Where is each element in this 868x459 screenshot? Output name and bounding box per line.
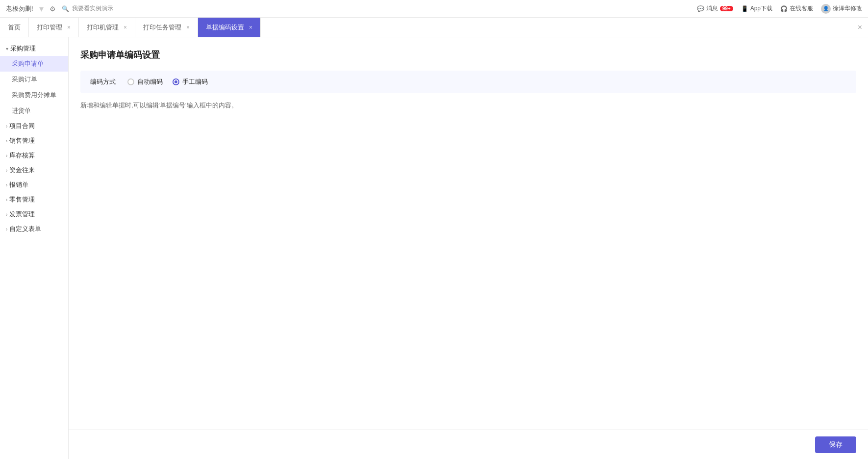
headset-icon: 🎧 bbox=[780, 5, 788, 12]
sidebar-group-sales-management-label: 销售管理 bbox=[9, 136, 35, 145]
tab-home-label: 首页 bbox=[8, 23, 21, 32]
sidebar-item-incoming-goods[interactable]: 进货单 bbox=[0, 103, 68, 119]
sidebar-item-purchase-expense-split[interactable]: 采购费用分摊单 bbox=[0, 87, 68, 103]
sidebar-group-capital-flow-label: 资金往来 bbox=[9, 166, 35, 175]
tab-printer-management-label: 打印机管理 bbox=[87, 23, 119, 32]
chevron-right-icon3: › bbox=[6, 153, 7, 158]
user-name: 徐泽华修改 bbox=[833, 4, 862, 13]
chevron-right-icon8: › bbox=[6, 227, 7, 232]
sidebar-group-capital-flow[interactable]: › 资金往来 bbox=[0, 163, 68, 178]
tab-print-management-label: 打印管理 bbox=[37, 23, 62, 32]
customer-service-button[interactable]: 🎧 在线客服 bbox=[780, 4, 813, 13]
radio-auto-code-label: 自动编码 bbox=[137, 77, 163, 86]
sidebar-item-purchase-order-label: 采购订单 bbox=[12, 76, 37, 83]
message-button[interactable]: 💬 消息 99+ bbox=[697, 4, 733, 13]
sidebar-group-retail-management-label: 零售管理 bbox=[9, 195, 35, 204]
user-avatar-area[interactable]: 👤 徐泽华修改 bbox=[821, 4, 862, 14]
sidebar-group-inventory-settlement[interactable]: › 库存核算 bbox=[0, 148, 68, 163]
sidebar-group-project-contract-label: 项目合同 bbox=[9, 122, 35, 130]
divider-icon: ▾ bbox=[39, 3, 44, 14]
sidebar-group-custom-form[interactable]: › 自定义表单 bbox=[0, 222, 68, 236]
chevron-right-icon6: › bbox=[6, 197, 7, 203]
radio-manual-code[interactable]: 手工编码 bbox=[173, 77, 208, 86]
chevron-down-icon: ▾ bbox=[6, 46, 8, 51]
sidebar-group-purchase-management-label: 采购管理 bbox=[10, 44, 36, 53]
sidebar-group-purchase-management[interactable]: ▾ 采购管理 bbox=[0, 41, 68, 56]
radio-manual-code-circle bbox=[173, 78, 179, 85]
app-download-button[interactable]: 📱 App下载 bbox=[741, 4, 772, 13]
message-icon: 💬 bbox=[697, 5, 704, 12]
save-button[interactable]: 保存 bbox=[815, 436, 856, 453]
chevron-right-icon2: › bbox=[6, 138, 7, 144]
sidebar-group-invoice-management-label: 发票管理 bbox=[9, 210, 35, 219]
search-text: 我要看实例演示 bbox=[72, 4, 113, 13]
app-download-label: App下载 bbox=[750, 4, 772, 13]
chevron-right-icon7: › bbox=[6, 212, 7, 217]
tab-print-task-management-label: 打印任务管理 bbox=[143, 23, 181, 32]
sidebar-group-inventory-settlement-label: 库存核算 bbox=[9, 151, 35, 160]
sidebar-group-retail-management[interactable]: › 零售管理 bbox=[0, 192, 68, 207]
sidebar-item-purchase-requisition-label: 采购申请单 bbox=[12, 60, 44, 67]
tab-single-doc-code-settings[interactable]: 单据编码设置 × bbox=[198, 18, 261, 37]
message-badge: 99+ bbox=[720, 6, 733, 11]
sidebar-group-invoice-management[interactable]: › 发票管理 bbox=[0, 207, 68, 222]
settings-icon[interactable]: ⚙ bbox=[50, 5, 56, 13]
sidebar-item-purchase-requisition[interactable]: 采购申请单 bbox=[0, 56, 68, 72]
sidebar-group-sales-management[interactable]: › 销售管理 bbox=[0, 133, 68, 148]
tab-print-task-management-close[interactable]: × bbox=[186, 24, 190, 31]
top-bar-right: 💬 消息 99+ 📱 App下载 🎧 在线客服 👤 徐泽华修改 bbox=[697, 4, 862, 14]
content-main: 采购申请单编码设置 编码方式 自动编码 手工编码 新增和编辑单据时,可以编辑'单… bbox=[69, 37, 868, 430]
tab-bar: 首页 打印管理 × 打印机管理 × 打印任务管理 × 单据编码设置 × × bbox=[0, 18, 868, 37]
tab-print-management-close[interactable]: × bbox=[67, 24, 71, 31]
sidebar-group-sales-return-label: 报销单 bbox=[9, 180, 28, 189]
hint-text: 新增和编辑单据时,可以编辑'单据编号'输入框中的内容。 bbox=[80, 101, 856, 110]
sidebar-item-incoming-goods-label: 进货单 bbox=[12, 107, 31, 114]
top-bar: 老板勿删! ▾ ⚙ 🔍 我要看实例演示 💬 消息 99+ 📱 App下载 🎧 在… bbox=[0, 0, 868, 18]
encoding-method-label: 编码方式 bbox=[90, 77, 116, 86]
tab-printer-management[interactable]: 打印机管理 × bbox=[79, 18, 135, 37]
top-bar-left: 老板勿删! ▾ ⚙ 🔍 我要看实例演示 bbox=[6, 3, 113, 14]
search-icon: 🔍 bbox=[62, 5, 69, 12]
footer-bar: 保存 bbox=[69, 430, 868, 459]
sidebar: ▾ 采购管理 采购申请单 采购订单 采购费用分摊单 进货单 › 项目合同 › 销… bbox=[0, 37, 69, 459]
tab-printer-management-close[interactable]: × bbox=[124, 24, 127, 31]
tab-single-doc-code-settings-label: 单据编码设置 bbox=[206, 23, 244, 32]
radio-group-encoding: 自动编码 手工编码 bbox=[127, 77, 208, 86]
tab-home[interactable]: 首页 bbox=[0, 18, 29, 37]
avatar-icon: 👤 bbox=[821, 4, 831, 14]
brand-text: 老板勿删! bbox=[6, 4, 33, 13]
app-download-icon: 📱 bbox=[741, 5, 748, 12]
tab-single-doc-code-settings-close[interactable]: × bbox=[249, 24, 252, 31]
search-bar[interactable]: 🔍 我要看实例演示 bbox=[62, 4, 113, 13]
main-layout: ▾ 采购管理 采购申请单 采购订单 采购费用分摊单 进货单 › 项目合同 › 销… bbox=[0, 37, 868, 459]
radio-auto-code-circle bbox=[127, 78, 134, 85]
chevron-right-icon: › bbox=[6, 124, 7, 129]
global-close-button[interactable]: × bbox=[852, 23, 868, 32]
tab-print-management[interactable]: 打印管理 × bbox=[29, 18, 79, 37]
page-title: 采购申请单编码设置 bbox=[80, 49, 856, 61]
sidebar-group-sales-return[interactable]: › 报销单 bbox=[0, 178, 68, 192]
chevron-right-icon5: › bbox=[6, 182, 7, 188]
sidebar-item-purchase-order[interactable]: 采购订单 bbox=[0, 72, 68, 87]
chevron-right-icon4: › bbox=[6, 168, 7, 173]
sidebar-group-custom-form-label: 自定义表单 bbox=[9, 225, 41, 233]
sidebar-group-project-contract[interactable]: › 项目合同 bbox=[0, 119, 68, 133]
sidebar-item-purchase-expense-split-label: 采购费用分摊单 bbox=[12, 91, 56, 99]
encoding-section: 编码方式 自动编码 手工编码 bbox=[80, 71, 856, 93]
message-label: 消息 bbox=[706, 4, 718, 13]
customer-service-label: 在线客服 bbox=[790, 4, 813, 13]
radio-auto-code[interactable]: 自动编码 bbox=[127, 77, 163, 86]
content-area: 采购申请单编码设置 编码方式 自动编码 手工编码 新增和编辑单据时,可以编辑'单… bbox=[69, 37, 868, 459]
tab-print-task-management[interactable]: 打印任务管理 × bbox=[135, 18, 198, 37]
radio-manual-code-label: 手工编码 bbox=[182, 77, 208, 86]
